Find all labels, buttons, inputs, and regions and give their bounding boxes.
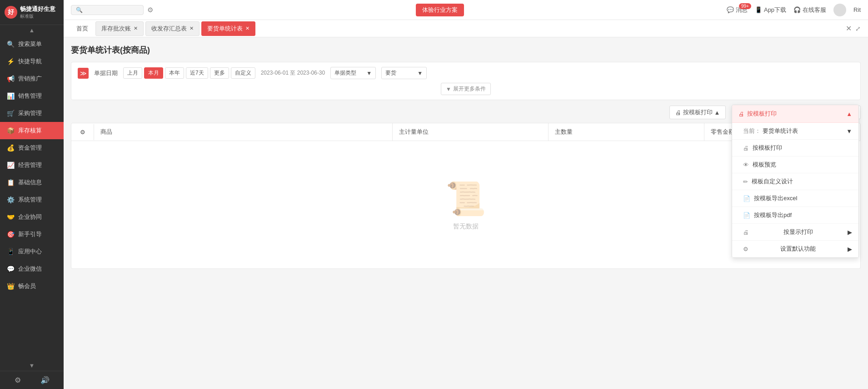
set-default-chevron: ▶ [848,246,852,253]
dropdown-item-template-preview[interactable]: 👁 模板预览 [732,157,858,173]
template-preview-icon: 👁 [743,162,749,168]
app-download-label: App下载 [764,6,786,14]
order-type-select[interactable]: 单据类型 ▼ [330,67,376,79]
sidebar-item-member[interactable]: 👑 畅会员 [0,278,64,295]
sidebar-item-finance[interactable]: 💰 资金管理 [0,139,64,157]
empty-text: 暂无数据 [453,222,479,231]
dropdown-header-controls: ▲ [846,111,852,117]
topbar-gear-icon[interactable]: ⚙ [147,6,153,14]
dropdown-item-export-excel[interactable]: 📄 按模板导出excel [732,190,858,207]
current-template-chevron[interactable]: ▼ [846,128,852,135]
date-btn-this-year[interactable]: 本年 [165,67,184,79]
tabbar-expand-icon[interactable]: ⤢ [855,25,861,32]
sidebar-item-purchase[interactable]: 🛒 采购管理 [0,105,64,122]
sidebar-scroll-down[interactable]: ▼ [0,360,64,371]
sidebar-logo: 好 畅捷通好生意 标准版 [0,0,64,25]
sidebar-item-marketing[interactable]: 📢 营销推广 [0,70,64,87]
sidebar-item-label: 新手引导 [18,230,42,238]
print-icon: 🖨 [675,109,681,116]
operation-icon: 📈 [6,161,15,169]
export-pdf-icon: 📄 [743,212,750,219]
yh-filter-select[interactable]: 要货 ▼ [381,67,427,79]
tab-order-stat[interactable]: 要货单统计表 ✕ [201,21,255,36]
appstore-icon: 📱 [6,248,15,256]
main-area: 🔍 ⚙ 体验行业方案 💬 消息 99+ 📱 App下载 🎧 在线客服 Rit [64,0,868,389]
dropdown-item-display-print[interactable]: 🖨 按显示打印 ▶ [732,224,858,241]
service-label: 在线客服 [803,6,826,14]
topbar-app-download[interactable]: 📱 App下载 [755,6,786,14]
user-avatar[interactable] [833,4,846,16]
export-pdf-label: 按模板导出pdf [754,211,852,219]
username-label[interactable]: Rit [853,6,861,13]
dropdown-item-template-print[interactable]: 🖨 按模板打印 [732,140,858,157]
sidebar-item-guide[interactable]: 🎯 新手引导 [0,226,64,243]
tab-close-inventory-batch[interactable]: ✕ [134,26,138,31]
sidebar-item-wechat[interactable]: 💬 企业微信 [0,260,64,278]
guide-icon: 🎯 [6,230,15,238]
empty-illustration: 📜 [445,179,486,218]
dropdown-title-area: 🖨 按模板打印 [738,110,777,118]
sidebar-scroll-up[interactable]: ▲ [0,25,64,35]
dropdown-header: 🖨 按模板打印 ▲ [732,105,858,123]
date-btn-last-month[interactable]: 上月 [123,67,142,79]
filter-bar: ≫ 单据日期 上月 本月 本年 近7天 更多 自定义 2023-06-01 至 … [71,62,861,100]
sidebar-item-collab[interactable]: 🤝 企业协同 [0,208,64,226]
date-btn-more[interactable]: 更多 [210,67,229,79]
tab-close-receivable[interactable]: ✕ [190,26,194,31]
sidebar-item-base[interactable]: 📋 基础信息 [0,174,64,191]
set-default-icon: ⚙ [743,246,748,253]
sidebar-item-label: 畅会员 [18,282,36,290]
dropdown-collapse-icon[interactable]: ▲ [846,111,852,117]
current-template-text: 当前： 要货单统计表 [743,127,798,135]
wechat-icon: 💬 [6,265,15,273]
filter-toggle-btn[interactable]: ≫ [78,68,89,79]
finance-icon: 💰 [6,144,15,152]
sidebar-item-inventory[interactable]: 📦 库存核算 [0,122,64,139]
tab-home[interactable]: 首页 [71,22,94,35]
tabbar: 首页 库存批次账 ✕ 收发存汇总表 ✕ 要货单统计表 ✕ ✕ ⤢ [64,20,868,37]
base-icon: 📋 [6,178,15,187]
tab-receivable-summary[interactable]: 收发存汇总表 ✕ [145,21,200,36]
col-settings[interactable]: ⚙ [71,124,94,140]
sidebar-nav: 🔍 搜索菜单 ⚡ 快捷导航 📢 营销推广 📊 销售管理 🛒 采购管理 📦 库存核… [0,35,64,360]
dropdown-item-export-pdf[interactable]: 📄 按模板导出pdf [732,207,858,224]
date-btn-7days[interactable]: 近7天 [186,67,208,79]
dropdown-item-template-custom[interactable]: ✏ 模板自定义设计 [732,173,858,190]
date-btn-custom[interactable]: 自定义 [231,67,255,79]
tab-inventory-batch[interactable]: 库存批次账 ✕ [95,21,144,36]
filter-row: ≫ 单据日期 上月 本月 本年 近7天 更多 自定义 2023-06-01 至 … [78,67,854,79]
dropdown-item-set-default[interactable]: ⚙ 设置默认功能 ▶ [732,241,858,258]
sidebar-item-label: 企业协同 [18,213,42,221]
topbar-search-icon: 🔍 [76,7,83,13]
print-template-btn[interactable]: 🖨 按模板打印 ▲ [669,106,726,119]
col-unit: 主计量单位 [393,123,549,141]
print-template-dropdown: 🖨 按模板打印 ▲ 当前： 要货单统计表 ▼ 🖨 按模板打印 👁 [732,105,859,258]
settings-bottom-icon[interactable]: ⚙ [15,376,21,384]
sidebar-bottom: ⚙ 🔊 [0,371,64,389]
sidebar-item-sales[interactable]: 📊 销售管理 [0,87,64,105]
quick-nav-icon: ⚡ [6,57,15,66]
topbar-search[interactable]: 🔍 [71,5,144,15]
sidebar-item-quick-nav[interactable]: ⚡ 快捷导航 [0,53,64,70]
topbar-messages[interactable]: 💬 消息 99+ [727,6,748,14]
template-preview-label: 模板预览 [753,161,852,169]
sidebar-item-system[interactable]: ⚙️ 系统管理 [0,191,64,208]
sidebar-item-appstore[interactable]: 📱 应用中心 [0,243,64,260]
tabbar-close-all-icon[interactable]: ✕ [846,24,852,33]
sidebar-item-search[interactable]: 🔍 搜索菜单 [0,35,64,53]
trial-button[interactable]: 体验行业方案 [416,4,464,16]
sidebar-item-label: 搜索菜单 [18,40,42,48]
topbar-customer-service[interactable]: 🎧 在线客服 [793,6,826,14]
sound-bottom-icon[interactable]: 🔊 [40,376,50,384]
sidebar-item-label: 库存核算 [18,126,42,135]
date-btn-this-month[interactable]: 本月 [144,67,163,79]
current-template-prefix: 当前： [743,127,761,134]
display-print-chevron: ▶ [848,229,852,236]
print-label: 按模板打印 [683,108,713,116]
tab-close-order-stat[interactable]: ✕ [245,26,249,31]
print-chevron-icon: ▲ [714,109,720,116]
expand-more-btn[interactable]: ▼ 展开更多条件 [441,83,491,95]
sidebar-item-operation[interactable]: 📈 经营管理 [0,157,64,174]
message-icon: 💬 [727,6,734,13]
sidebar-item-label: 企业微信 [18,265,42,273]
